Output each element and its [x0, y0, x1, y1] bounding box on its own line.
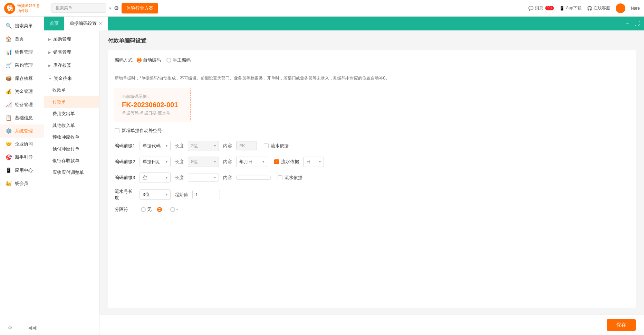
- finance-icon: 💰: [6, 89, 12, 95]
- app-download-btn[interactable]: 📱 App下载: [559, 5, 581, 11]
- prefix1-select[interactable]: 单据代码 ▾: [140, 141, 171, 151]
- header-dropdown-arrow[interactable]: ▾: [109, 6, 111, 11]
- sidebar-item-prepay-recv[interactable]: 预收冲应收单: [44, 131, 99, 143]
- separator-row: 分隔符 无 . -: [115, 206, 629, 213]
- prefix1-length-select[interactable]: 2位 ▾: [188, 141, 219, 151]
- settings-bottom-icon[interactable]: ⚙: [5, 323, 15, 332]
- prefix1-waterfall-label: 流水依据: [271, 143, 289, 149]
- sidebar-item-bank[interactable]: 银行存取款单: [44, 155, 99, 167]
- encoding-method-label: 编码方式: [115, 57, 133, 63]
- save-button[interactable]: 保存: [607, 319, 636, 331]
- code-example-label: 当前编码示例：: [122, 94, 183, 100]
- sidebar-item-expense[interactable]: 费用支出单: [44, 108, 99, 120]
- sidebar-item-enterprise[interactable]: 🤝 企业协同: [0, 138, 44, 151]
- headset-icon: 🎧: [587, 6, 592, 11]
- auto-fill-checkbox[interactable]: [115, 128, 119, 133]
- page-title: 付款单编码设置: [108, 37, 636, 45]
- prefix1-content-input: FK: [236, 141, 257, 150]
- prefix1-label: 编码前缀1: [115, 143, 135, 149]
- serial-length-row: 流水号长度 3位 ▾ 起始值 1: [115, 188, 629, 201]
- prefix1-waterfall-row: 流水依据: [264, 143, 289, 149]
- sidebar-item-home[interactable]: 🏠 首页: [0, 32, 44, 46]
- sidebar-item-receipt[interactable]: 收款单: [44, 84, 99, 96]
- prefix3-select[interactable]: 空 ▾: [140, 173, 171, 183]
- sidebar-item-purchase[interactable]: 🛒 采购管理: [0, 59, 44, 72]
- sidebar-item-sales[interactable]: 📊 销售管理: [0, 46, 44, 59]
- tab-minimize-icon[interactable]: －: [623, 19, 632, 29]
- sidebar-item-guide[interactable]: 🎯 新手引导: [0, 151, 44, 164]
- prefix2-content-select[interactable]: 年月日 ▾: [236, 157, 267, 167]
- sidebar-item-system[interactable]: ⚙️ 系统管理: [0, 124, 44, 138]
- serial-length-select[interactable]: 3位 ▾: [140, 189, 171, 200]
- group-capital-title[interactable]: ▼ 资金往来: [44, 73, 99, 84]
- prefix1-select-arrow: ▾: [166, 144, 167, 148]
- trial-button[interactable]: 体验行业方案: [122, 3, 158, 13]
- prefix1-length-label: 长度: [175, 143, 184, 149]
- prefix2-content-label: 内容: [223, 159, 232, 165]
- group-capital-arrow: ▼: [48, 77, 52, 81]
- prefix3-row: 编码前缀3 空 ▾ 长度 ▾ 内容: [115, 173, 629, 183]
- separator-dot-circle: [157, 207, 162, 212]
- sidebar-item-apps[interactable]: 📱 应用中心: [0, 164, 44, 177]
- prefix3-content-input[interactable]: [236, 176, 271, 180]
- group-capital: ▼ 资金往来 收款单 付款单 费用支出单 其他收入单 预收冲应收单 预付冲应付单…: [44, 73, 99, 178]
- start-value-input[interactable]: 1: [192, 190, 220, 199]
- prefix2-waterfall-checkbox[interactable]: ✓: [274, 159, 279, 164]
- separator-dash-radio[interactable]: -: [170, 207, 178, 212]
- serial-length-label: 流水号长度: [115, 188, 135, 201]
- prefix1-length-arrow: ▾: [214, 144, 216, 148]
- sidebar-item-member[interactable]: 👑 畅会员: [0, 177, 44, 190]
- sidebar-item-other-income[interactable]: 其他收入单: [44, 120, 99, 131]
- online-service-btn[interactable]: 🎧 在线客服: [587, 5, 610, 11]
- top-header: 畅 畅捷通好生意 插件版 搜索菜单 ▾ ⚙ 体验行业方案 💬 消息 99+ 📱 …: [0, 0, 644, 17]
- group-purchase-title[interactable]: ▶ 采购管理: [44, 33, 99, 45]
- tab-bar-actions: － ⛶: [623, 19, 644, 29]
- prefix2-length-label: 长度: [175, 159, 184, 165]
- sidebar-item-adjustment[interactable]: 应收应付调整单: [44, 167, 99, 178]
- search-icon: 🔍: [6, 23, 12, 29]
- serial-length-arrow: ▾: [166, 193, 167, 196]
- tab-home[interactable]: 首页: [44, 17, 64, 30]
- tab-close-icon[interactable]: ✕: [99, 21, 102, 26]
- collapse-icon[interactable]: ◀◀: [25, 323, 39, 332]
- sidebar-item-prepay-pay[interactable]: 预付冲应付单: [44, 143, 99, 155]
- prefix2-length-select[interactable]: 8位 ▾: [188, 157, 219, 167]
- group-sales: ▶ 销售管理: [44, 46, 99, 58]
- header-settings-icon[interactable]: ⚙: [114, 5, 119, 11]
- operations-icon: 📈: [6, 102, 12, 108]
- prefix3-length-arrow: ▾: [214, 176, 216, 179]
- tab-code-settings[interactable]: 单据编码设置 ✕: [64, 17, 108, 30]
- sidebar-item-operations[interactable]: 📈 经营管理: [0, 98, 44, 111]
- prefix3-waterfall-checkbox[interactable]: [278, 175, 282, 180]
- sidebar-item-inventory[interactable]: 📦 库存核算: [0, 72, 44, 85]
- group-sales-title[interactable]: ▶ 销售管理: [44, 46, 99, 58]
- tab-maximize-icon[interactable]: ⛶: [633, 19, 641, 28]
- group-inventory: ▶ 库存核算: [44, 59, 99, 71]
- auto-fill-row: 新增单据自动补空号: [115, 128, 629, 134]
- group-inventory-arrow: ▶: [48, 64, 51, 67]
- sidebar-item-search[interactable]: 🔍 搜索菜单: [0, 19, 44, 32]
- separator-dash-circle: [170, 207, 175, 212]
- manual-code-radio[interactable]: 手工编码: [166, 57, 191, 63]
- user-avatar[interactable]: [616, 3, 625, 13]
- start-value-label: 起始值: [175, 192, 188, 198]
- separator-label: 分隔符: [115, 206, 135, 213]
- group-inventory-title[interactable]: ▶ 库存核算: [44, 59, 99, 71]
- prefix3-content-label: 内容: [223, 175, 232, 181]
- separator-none-radio[interactable]: 无: [141, 206, 152, 213]
- system-icon: ⚙️: [6, 128, 12, 134]
- code-example-desc: 单据代码-单据日期-流水号: [122, 110, 183, 116]
- prefix2-unit-arrow: ▾: [319, 160, 321, 164]
- message-btn[interactable]: 💬 消息 99+: [528, 5, 554, 11]
- prefix3-length-select[interactable]: ▾: [188, 174, 219, 182]
- prefix2-select[interactable]: 单据日期 ▾: [140, 157, 171, 167]
- auto-code-radio[interactable]: 自动编码: [137, 57, 161, 63]
- sidebar-item-payment[interactable]: 付款单: [44, 96, 99, 108]
- separator-dot-radio[interactable]: .: [157, 207, 165, 212]
- prefix2-waterfall-row: ✓ 流水依据: [274, 159, 299, 165]
- sidebar-bottom: ⚙ ◀◀: [0, 320, 44, 335]
- sidebar-item-basics[interactable]: 📋 基础信息: [0, 111, 44, 124]
- prefix2-unit-select[interactable]: 日 ▾: [303, 157, 324, 167]
- sidebar-item-finance[interactable]: 💰 资金管理: [0, 85, 44, 98]
- prefix1-waterfall-checkbox[interactable]: [264, 143, 269, 148]
